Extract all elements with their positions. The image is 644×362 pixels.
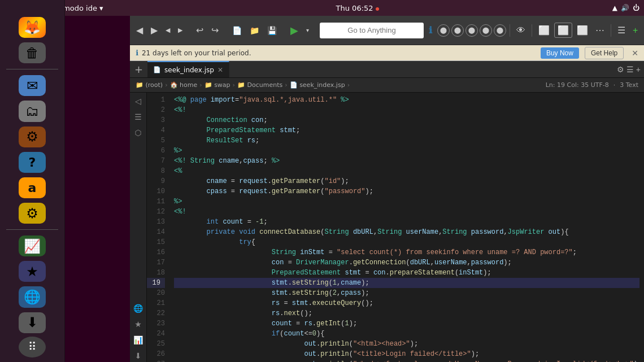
left-sidebar: ◁ ☰ ⬡ 🌐 ★ 📊 ⬇ [130, 93, 147, 362]
code-line-27: out.println("<body><font color = red>Use… [174, 359, 639, 362]
sidebar-download-icon[interactable]: ⬇ [133, 350, 143, 362]
tab-actions: ⚙ ☰ + [613, 61, 644, 77]
text-mode-label[interactable]: 3 Text [620, 81, 638, 89]
code-line-21: rs = stmt.executeQuery(); [174, 298, 639, 308]
line-num-2: 2 [147, 105, 165, 115]
code-line-22: rs.next(); [174, 308, 639, 319]
sidebar-share-icon[interactable]: ⬡ [133, 127, 143, 139]
redo-button[interactable]: ↪ [208, 23, 221, 37]
goto-info-button[interactable]: ℹ [426, 23, 435, 37]
menu-button[interactable]: ☰ [615, 23, 628, 37]
breadcrumb-swap[interactable]: 📁 swap [204, 81, 230, 89]
code-line-17: con = DriverManager.getConnection(dbURL,… [174, 258, 639, 268]
toolbar-circle-4[interactable]: ⬤ [480, 24, 492, 37]
line-num-4: 4 [147, 125, 165, 136]
seek-index-tab[interactable]: 📄 seek_index.jsp ✕ [147, 61, 229, 77]
back-button[interactable]: ◀ [133, 23, 146, 37]
new-tab-button[interactable]: + [130, 61, 147, 77]
line-col-info: Ln: 19 Col: 35 UTF-8 [546, 81, 609, 89]
forward-button[interactable]: ▶ [148, 23, 160, 37]
code-line-26: out.println("<title>Login failed</title>… [174, 349, 639, 359]
toolbar-circle-5[interactable]: ⬤ [494, 24, 506, 37]
layout3-button[interactable]: ⬜ [574, 23, 591, 37]
breadcrumb-sep-5: › [347, 81, 350, 89]
thunderbird-icon[interactable]: ✉ [19, 75, 46, 96]
buy-now-button[interactable]: Buy Now [541, 47, 579, 59]
open-file-button[interactable]: 📄 [229, 24, 245, 37]
volume-icon[interactable]: 🔊 [621, 4, 629, 12]
globe-dock-icon[interactable]: 🌐 [19, 286, 46, 307]
layout1-button[interactable]: ⬜ [536, 23, 552, 37]
breadcrumb-root[interactable]: 📁 (root) [136, 81, 163, 89]
code-line-4: PreparedStatement stmt; [174, 125, 639, 136]
open-folder-button[interactable]: 📁 [247, 24, 262, 37]
layout2-button[interactable]: ⬜ [554, 23, 572, 38]
trash-icon[interactable]: 🗑 [19, 42, 46, 63]
run-button[interactable]: ▶ [288, 23, 301, 38]
zoom-in-button[interactable]: + [630, 24, 641, 37]
sidebar-chart-icon[interactable]: 📊 [132, 334, 145, 346]
toolbar-circle-3[interactable]: ⬤ [465, 24, 478, 37]
wifi-icon[interactable]: ▲ [612, 4, 617, 12]
code-line-15: try{ [174, 237, 639, 247]
clock-dot: ● [376, 6, 380, 11]
toolbar-sep-6 [532, 24, 532, 37]
line-num-5: 5 [147, 136, 165, 146]
chart-dock-icon[interactable]: 📈 [19, 235, 46, 256]
line-num-18: 18 [147, 268, 165, 278]
toolbar-circle-2[interactable]: ⬤ [451, 24, 464, 37]
trial-info-icon: ℹ [136, 49, 138, 57]
code-line-20: stmt.setString(2,cpass); [174, 288, 639, 298]
komodo-arrow: ▾ [99, 4, 103, 12]
goto-input[interactable] [320, 23, 424, 38]
breadcrumb-home[interactable]: 🏠 home [170, 81, 198, 89]
breadcrumb-docs-label: Documents [247, 81, 283, 89]
star-dock-icon[interactable]: ★ [19, 261, 46, 282]
file-breadcrumb-icon: 📄 [290, 81, 298, 89]
toolbar-circle-1[interactable]: ⬤ [437, 24, 450, 37]
layout-more-button[interactable]: ⋯ [593, 23, 607, 37]
forward2-button[interactable]: ▶ [175, 25, 185, 36]
komodo-dock-icon[interactable]: ⚙ [19, 203, 46, 224]
tab-close-button[interactable]: ✕ [217, 66, 223, 74]
power-icon[interactable]: ⏻ [633, 4, 639, 12]
code-line-23: count = rs.getInt(1); [174, 319, 639, 329]
help-icon[interactable]: ? [19, 152, 46, 173]
get-help-button[interactable]: Get Help [585, 47, 624, 59]
breadcrumb-sep-2: › [199, 81, 202, 89]
amazon-icon[interactable]: a [19, 177, 46, 198]
run-dropdown-button[interactable]: ▾ [303, 25, 312, 35]
preview-button[interactable]: 👁 [514, 24, 528, 37]
save-button[interactable]: 💾 [264, 24, 280, 37]
line-num-21: 21 [147, 298, 165, 308]
sidebar-list-icon[interactable]: ☰ [133, 111, 143, 123]
sidebar-globe-icon[interactable]: 🌐 [132, 302, 145, 315]
sidebar-collapse-icon[interactable]: ◁ [133, 95, 143, 107]
tab-spacer [229, 61, 613, 77]
back2-button[interactable]: ◀ [163, 25, 173, 36]
line-num-6: 6 [147, 146, 165, 156]
settings-icon[interactable]: ⚙ [19, 127, 46, 147]
tab-gear-button[interactable]: ⚙ [617, 65, 624, 74]
files-icon[interactable]: 🗂 [19, 101, 46, 121]
code-line-18: PreparedStatement stmt = con.prepareStat… [174, 268, 639, 278]
taskbar: 🦊 🗑 ✉ 🗂 ⚙ ? a ⚙ 📈 ★ 🌐 ⬇ ⠿ [0, 0, 65, 362]
breadcrumb-sep-3: › [233, 81, 235, 89]
tab-plus-button[interactable]: + [636, 65, 641, 74]
download-dock-icon[interactable]: ⬇ [19, 312, 46, 333]
code-line-8: <% [174, 166, 639, 176]
firefox-icon[interactable]: 🦊 [19, 17, 46, 38]
encoding-sep: · [613, 81, 616, 89]
code-editor[interactable]: <%@ page import="java.sql.*,java.util.*"… [169, 93, 644, 362]
sidebar-star-icon[interactable]: ★ [133, 318, 143, 330]
breadcrumb-documents[interactable]: 📁 Documents [237, 81, 282, 89]
trial-close-button[interactable]: ✕ [632, 49, 638, 58]
breadcrumb-file[interactable]: 📄 seek_index.jsp [290, 81, 345, 89]
line-num-11: 11 [147, 197, 165, 207]
code-line-25: out.println("<html><head>"); [174, 339, 639, 349]
show-apps-button[interactable]: ⠿ [19, 337, 46, 357]
undo-button[interactable]: ↩ [193, 23, 206, 37]
line-num-16: 16 [147, 247, 165, 258]
line-num-13: 13 [147, 217, 165, 227]
tab-list-button[interactable]: ☰ [626, 65, 634, 74]
